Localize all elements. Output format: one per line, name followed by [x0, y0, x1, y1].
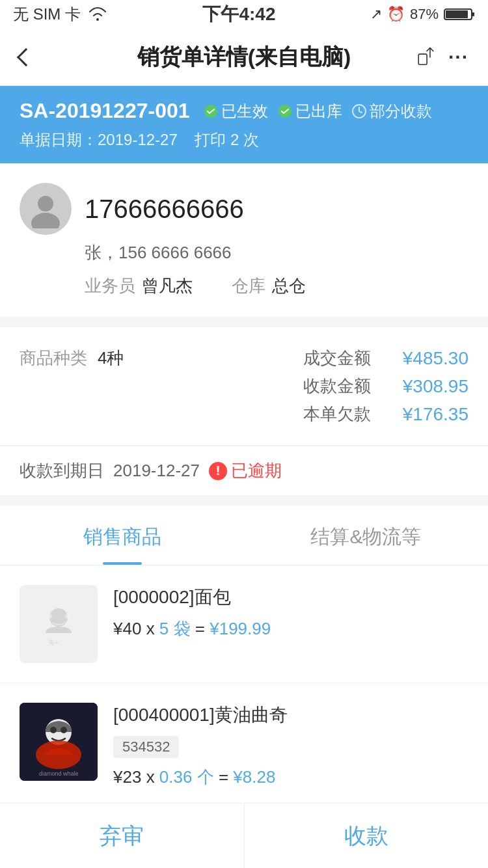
wifi-icon [87, 7, 108, 21]
time-label: 下午4:42 [202, 2, 275, 27]
stats-section: 商品种类 4种 成交金额 ¥485.30 收款金额 ¥308.95 本单欠款 ¥… [0, 327, 488, 445]
kind-label: 商品种类 [20, 347, 87, 370]
tab-sales-product[interactable]: 销售商品 [0, 506, 244, 565]
customer-meta: 业务员 曾凡杰 仓库 总仓 [85, 275, 468, 297]
svg-point-9 [38, 196, 53, 211]
svg-text:diamond whale: diamond whale [39, 770, 79, 777]
tab-settlement[interactable]: 结算&物流等 [244, 506, 488, 565]
payment-label: 收款到期日 [20, 459, 104, 482]
battery-icon [444, 7, 475, 22]
product-price-2: ¥23 x 0.36 个 = ¥8.28 [113, 766, 468, 789]
product-thumb-1: 美+ [20, 585, 98, 663]
svg-point-10 [31, 213, 60, 228]
product-qty-2: 0.36 [159, 767, 193, 787]
order-date: 单据日期：2019-12-27 打印 2 次 [20, 129, 468, 150]
status-badges: 已生效 已出库 部分收款 [203, 101, 432, 122]
order-header: SA-20191227-001 已生效 已出库 部分收款 单据日期：2019-1… [0, 86, 488, 163]
divider-1 [0, 317, 488, 327]
payment-due: 收款到期日 2019-12-27 ! 已逾期 [0, 446, 488, 495]
svg-point-18 [61, 727, 67, 733]
alarm-icon: ⏰ [387, 6, 405, 23]
product-unit-price-2: ¥23 [113, 767, 141, 787]
product-unit-price-1: ¥40 [113, 619, 141, 638]
nav-left [20, 51, 72, 64]
product-thumb-2: diamond whale [20, 703, 98, 781]
more-button[interactable]: ··· [448, 46, 468, 68]
badge-effective: 已生效 [203, 101, 268, 122]
deal-label: 成交金额 [303, 347, 371, 370]
svg-rect-3 [446, 10, 468, 18]
debt-label: 本单欠款 [303, 403, 371, 426]
product-total-1: ¥199.99 [210, 619, 271, 638]
product-info-2: [000400001]黄油曲奇 534532 ¥23 x 0.36 个 = ¥8… [113, 703, 468, 789]
location-icon: ↗ [370, 6, 382, 23]
carrier-label: 无 SIM 卡 [13, 4, 81, 25]
badge-shipped: 已出库 [277, 101, 342, 122]
overdue-text: 已逾期 [231, 459, 282, 482]
svg-point-12 [47, 614, 52, 619]
product-name-2: [000400001]黄油曲奇 [113, 703, 468, 727]
status-left: 无 SIM 卡 [13, 4, 108, 25]
salesman-label: 业务员 [85, 275, 135, 297]
back-button[interactable] [17, 47, 35, 66]
svg-point-11 [49, 608, 68, 627]
product-list: 美+ [0000002]面包 ¥40 x 5 袋 = ¥199.99 [0, 565, 488, 809]
debt-value: ¥176.35 [384, 404, 468, 425]
nav-bar: 销货单详情(来自电脑) ··· [0, 29, 488, 86]
avatar [20, 183, 72, 235]
order-id: SA-20191227-001 [20, 99, 190, 123]
svg-point-13 [65, 614, 70, 619]
warehouse-value: 总仓 [272, 275, 306, 297]
status-right: ↗ ⏰ 87% [370, 6, 475, 23]
deal-value: ¥485.30 [384, 348, 468, 369]
page-title: 销货单详情(来自电脑) [72, 42, 416, 72]
receipt-label: 收款金额 [303, 375, 371, 398]
list-item: diamond whale [000400001]黄油曲奇 534532 ¥23… [0, 683, 488, 809]
product-total-2: ¥8.28 [233, 767, 275, 787]
svg-rect-2 [472, 12, 474, 16]
payment-date: 2019-12-27 [113, 461, 200, 481]
tabs-container: 销售商品 结算&物流等 [0, 506, 488, 565]
kind-count: 4种 [98, 347, 124, 370]
svg-point-17 [50, 727, 57, 733]
svg-point-0 [96, 18, 99, 21]
nav-right: ··· [416, 46, 468, 69]
salesman-value: 曾凡杰 [142, 275, 193, 297]
bottom-bar: 弃审 收款 [0, 803, 488, 868]
product-sku-2: 534532 [113, 736, 179, 758]
receipt-value: ¥308.95 [384, 376, 468, 397]
customer-phone: 17666666666 [85, 195, 244, 224]
share-icon[interactable] [416, 46, 435, 69]
product-price-1: ¥40 x 5 袋 = ¥199.99 [113, 617, 468, 640]
svg-rect-4 [418, 54, 427, 64]
list-item: 美+ [0000002]面包 ¥40 x 5 袋 = ¥199.99 [0, 565, 488, 683]
overdue-dot-icon: ! [209, 462, 227, 480]
product-name-1: [0000002]面包 [113, 585, 468, 610]
battery-label: 87% [410, 6, 439, 23]
status-bar: 无 SIM 卡 下午4:42 ↗ ⏰ 87% [0, 0, 488, 29]
product-qty-1: 5 [159, 619, 169, 638]
overdue-badge: ! 已逾期 [209, 459, 282, 482]
product-info-1: [0000002]面包 ¥40 x 5 袋 = ¥199.99 [113, 585, 468, 640]
customer-section: 17666666666 张，156 6666 6666 业务员 曾凡杰 仓库 总… [0, 163, 488, 317]
warehouse-label: 仓库 [232, 275, 265, 297]
customer-name: 张，156 6666 6666 [85, 241, 468, 264]
badge-partial: 部分收款 [351, 101, 432, 122]
cancel-button[interactable]: 弃审 [0, 804, 245, 868]
svg-text:美+: 美+ [48, 639, 59, 646]
confirm-button[interactable]: 收款 [245, 804, 489, 868]
